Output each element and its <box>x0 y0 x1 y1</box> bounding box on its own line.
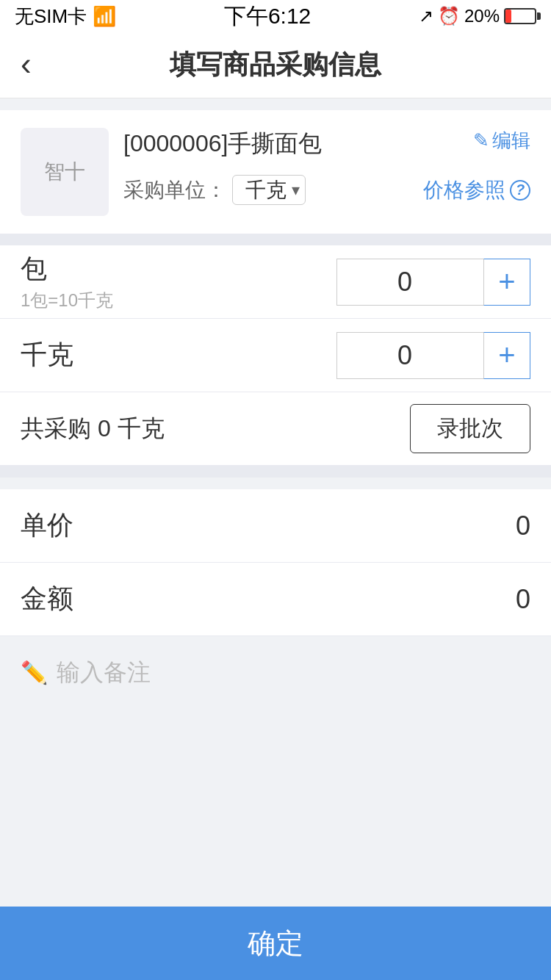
wifi-icon: 📶 <box>93 5 116 28</box>
kg-input-row: 千克 + <box>0 319 551 392</box>
bag-plus-button[interactable]: + <box>483 259 530 306</box>
kg-plus-button[interactable]: + <box>483 332 530 379</box>
edit-label: 编辑 <box>492 128 530 154</box>
product-info: [0000006]手撕面包 ✎ 编辑 采购单位： 千克 包 价格参照 ? <box>123 128 530 205</box>
notes-section[interactable]: ✏️ 输入备注 <box>0 636 551 783</box>
section-divider-1 <box>0 234 551 245</box>
total-label: 共采购 0 千克 <box>21 413 410 445</box>
carrier-text: 无SIM卡 <box>15 4 87 29</box>
product-image: 智十 <box>21 128 109 216</box>
bag-input-row: 包 1包=10千克 + <box>0 245 551 319</box>
status-time: 下午6:12 <box>224 1 311 32</box>
edit-icon: ✎ <box>473 129 489 152</box>
product-card: 智十 [0000006]手撕面包 ✎ 编辑 采购单位： 千克 包 价格参照 <box>0 110 551 234</box>
price-ref-icon: ? <box>510 180 530 201</box>
price-ref-label: 价格参照 <box>423 176 505 204</box>
kg-input-control: + <box>336 332 530 379</box>
total-amount: 0 <box>98 415 111 442</box>
bag-sublabel: 1包=10千克 <box>21 289 336 312</box>
bag-label: 包 <box>21 251 336 287</box>
amount-label: 金额 <box>21 581 516 617</box>
total-row: 共采购 0 千克 录批次 <box>0 392 551 466</box>
status-right: ↗ ⏰ 20% <box>419 6 536 26</box>
bag-label-group: 包 1包=10千克 <box>21 251 336 312</box>
back-button[interactable]: ‹ <box>21 48 32 80</box>
unit-price-value: 0 <box>516 511 530 541</box>
unit-select[interactable]: 千克 包 <box>232 175 306 205</box>
nav-bar: ‹ 填写商品采购信息 <box>0 32 551 98</box>
info-section: 单价 0 金额 0 <box>0 489 551 636</box>
product-logo: 智十 <box>44 158 85 186</box>
product-top-row: [0000006]手撕面包 ✎ 编辑 <box>123 128 530 160</box>
battery-icon <box>504 8 536 24</box>
section-divider-2 <box>0 466 551 478</box>
input-section: 包 1包=10千克 + 千克 + <box>0 245 551 392</box>
total-text: 共采购 <box>21 415 91 442</box>
kg-quantity-input[interactable] <box>336 332 483 379</box>
purchase-unit-label: 采购单位： <box>123 176 226 204</box>
kg-label-group: 千克 <box>21 337 336 373</box>
amount-row: 金额 0 <box>0 563 551 636</box>
unit-select-wrapper[interactable]: 千克 包 <box>232 175 306 205</box>
bag-quantity-input[interactable] <box>336 259 483 306</box>
record-batch-button[interactable]: 录批次 <box>410 404 530 453</box>
purchase-unit-row: 采购单位： 千克 包 价格参照 ? <box>123 175 530 205</box>
notes-placeholder: 输入备注 <box>57 657 151 689</box>
alarm-icon: ⏰ <box>438 6 460 26</box>
edit-button[interactable]: ✎ 编辑 <box>473 128 530 154</box>
amount-value: 0 <box>516 584 530 615</box>
price-ref-button[interactable]: 价格参照 ? <box>423 176 530 204</box>
unit-price-row: 单价 0 <box>0 489 551 563</box>
battery-percent: 20% <box>464 6 500 26</box>
status-left: 无SIM卡 📶 <box>15 4 116 29</box>
status-bar: 无SIM卡 📶 下午6:12 ↗ ⏰ 20% <box>0 0 551 32</box>
product-name: [0000006]手撕面包 <box>123 128 322 160</box>
pencil-icon: ✏️ <box>21 660 48 685</box>
unit-selector-group: 采购单位： 千克 包 <box>123 175 306 205</box>
bag-input-control: + <box>336 259 530 306</box>
confirm-button[interactable]: 确定 <box>0 907 551 980</box>
kg-label: 千克 <box>21 337 336 373</box>
page-title: 填写商品采购信息 <box>170 47 381 83</box>
location-icon: ↗ <box>419 6 433 26</box>
total-unit: 千克 <box>118 415 165 442</box>
unit-price-label: 单价 <box>21 508 516 544</box>
